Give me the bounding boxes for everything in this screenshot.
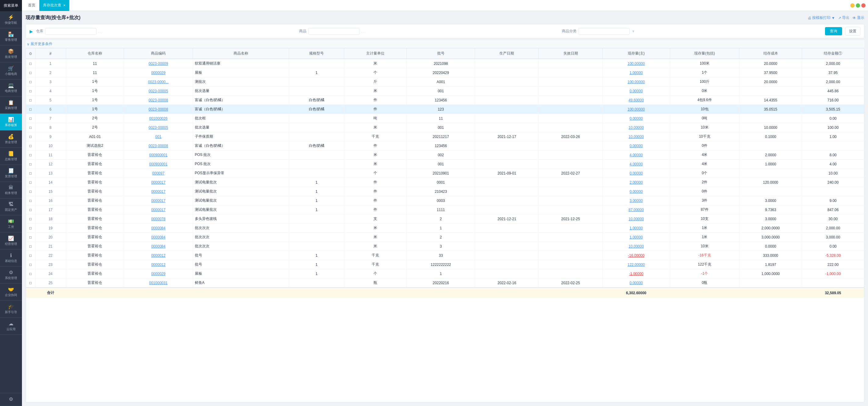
cell-qty_main[interactable]: 100.00000 (602, 105, 670, 114)
cell-check[interactable]: □ (26, 77, 35, 87)
sidebar-item-labor[interactable]: 💵工资 (0, 215, 22, 232)
cell-check[interactable]: □ (26, 132, 35, 141)
cell-goods_code[interactable]: 001000026 (124, 114, 193, 123)
cell-qty_main[interactable]: 0.00000 (602, 187, 670, 196)
sidebar-item-fixed-asset[interactable]: 🏗固定资产 (0, 199, 22, 215)
export-action[interactable]: ↗ 导出 (838, 15, 849, 21)
cell-goods_code[interactable]: 0000029 (124, 269, 193, 278)
cell-check[interactable]: □ (26, 96, 35, 105)
tab-home[interactable]: 首页 (24, 0, 39, 11)
cell-qty_main[interactable]: 0.00000 (602, 87, 670, 96)
sidebar-item-invoice[interactable]: 🧾发票管理 (0, 165, 22, 182)
cell-check[interactable]: □ (26, 150, 35, 160)
cell-qty_main[interactable]: 0.00000 (602, 141, 670, 150)
cell-check[interactable]: □ (26, 205, 35, 214)
sidebar-item-collab[interactable]: 🤝企业协同 (0, 283, 22, 301)
print-action[interactable]: 🖨 按模板打印 ▼ (808, 15, 835, 21)
cell-goods_code[interactable]: 0023-00005 (124, 87, 193, 96)
tab-inventory-batch[interactable]: 库存批次查✕ (39, 0, 69, 11)
cell-check[interactable]: □ (26, 68, 35, 77)
cell-qty_main[interactable]: 10.00000 (602, 132, 670, 141)
cell-goods_code[interactable]: 0000078 (124, 214, 193, 224)
cell-check[interactable]: □ (26, 187, 35, 196)
sidebar-item-mini-ecom[interactable]: 🛒小额电商 (0, 62, 22, 79)
sidebar-item-settings[interactable]: ⚙ (0, 393, 22, 406)
cell-goods_code[interactable]: 0000084 (124, 233, 193, 242)
cell-goods_code[interactable]: 001000031 (124, 278, 193, 288)
cell-qty_main[interactable]: 0.00000 (602, 278, 670, 288)
expand-conditions-button[interactable]: ∨ 展开更多条件 (27, 41, 863, 46)
sidebar-item-tax[interactable]: 🏛税务管理 (0, 182, 22, 199)
sidebar-item-wholesale[interactable]: 📦批发管理 (0, 45, 22, 62)
cell-check[interactable]: □ (26, 214, 35, 224)
cell-goods_code[interactable]: 0000017 (124, 196, 193, 205)
cell-check[interactable]: □ (26, 178, 35, 187)
sidebar-item-retail[interactable]: 🏪零售管理 (0, 28, 22, 45)
cell-qty_main[interactable]: 0.00000 (602, 169, 670, 178)
cell-goods_code[interactable]: 0000012 (124, 260, 193, 269)
cell-goods_code[interactable]: 0023-00009 (124, 59, 193, 68)
cell-goods_code[interactable]: 0023-00008 (124, 96, 193, 105)
cell-goods_code[interactable]: 0000029 (124, 68, 193, 77)
cell-check[interactable]: □ (26, 87, 35, 96)
cell-goods_code[interactable]: 0023-00005 (124, 123, 193, 132)
cell-goods_code[interactable]: 000900001 (124, 150, 193, 160)
expand-arrow-icon[interactable]: ▶ (30, 29, 33, 34)
cell-qty_main[interactable]: 1.00000 (602, 233, 670, 242)
cell-check[interactable]: □ (26, 105, 35, 114)
cell-qty_main[interactable]: 10.00000 (602, 123, 670, 132)
cell-goods_code[interactable]: 0000084 (124, 224, 193, 233)
tab-close-inventory-batch[interactable]: ✕ (63, 4, 66, 7)
cell-qty_main[interactable]: 10.00000 (602, 214, 670, 224)
cell-qty_main[interactable]: 1.00000 (602, 224, 670, 233)
cell-qty_main[interactable]: -16.00000 (602, 251, 670, 260)
sidebar-item-inventory[interactable]: 📊库存核算 (0, 113, 22, 131)
cell-goods_code[interactable]: 0000012 (124, 251, 193, 260)
warehouse-input[interactable] (45, 28, 96, 35)
goods-input[interactable] (308, 28, 360, 35)
cell-goods_code[interactable]: 0000017 (124, 178, 193, 187)
settings-button[interactable]: 设置 (845, 27, 860, 36)
cell-qty_main[interactable]: 87.00000 (602, 205, 670, 214)
minimize-button[interactable] (850, 3, 855, 8)
cell-qty_main[interactable]: -1.00000 (602, 269, 670, 278)
cell-check[interactable]: □ (26, 169, 35, 178)
cell-check[interactable]: □ (26, 233, 35, 242)
cell-goods_code[interactable]: 0000084 (124, 242, 193, 251)
cell-qty_main[interactable]: 100.00000 (602, 77, 670, 87)
cell-check[interactable]: □ (26, 114, 35, 123)
category-input[interactable] (578, 28, 629, 35)
cell-check[interactable]: □ (26, 160, 35, 169)
cell-check[interactable]: □ (26, 196, 35, 205)
cell-qty_main[interactable]: 2.00000 (602, 178, 670, 187)
cell-qty_main[interactable]: 49.60000 (602, 96, 670, 105)
cell-goods_code[interactable]: 000097 (124, 169, 193, 178)
cell-qty_main[interactable]: 4.00000 (602, 150, 670, 160)
cell-check[interactable]: □ (26, 242, 35, 251)
cell-qty_main[interactable]: 1.00000 (602, 68, 670, 77)
cell-goods_code[interactable]: 0023-00008 (124, 105, 193, 114)
sidebar-search[interactable]: 搜索菜单 (0, 0, 22, 11)
cell-check[interactable]: □ (26, 269, 35, 278)
cell-qty_main[interactable]: 4.00000 (602, 160, 670, 169)
cell-check[interactable]: □ (26, 251, 35, 260)
sidebar-item-system[interactable]: ⚙系统管理 (0, 267, 22, 283)
sidebar-item-ecom[interactable]: 💻电商管理 (0, 79, 22, 97)
cell-goods_code[interactable]: 0023-00008 (124, 141, 193, 150)
cell-check[interactable]: □ (26, 141, 35, 150)
cell-check[interactable]: □ (26, 278, 35, 288)
sidebar-item-cloud[interactable]: ☁云应用 (0, 318, 22, 335)
maximize-button[interactable] (856, 3, 860, 8)
sidebar-item-basic[interactable]: ℹ基础信息 (0, 249, 22, 267)
cell-check[interactable]: □ (26, 59, 35, 68)
cell-check[interactable]: □ (26, 224, 35, 233)
cell-goods_code[interactable]: 001 (124, 132, 193, 141)
cell-check[interactable]: □ (26, 260, 35, 269)
sidebar-item-finance[interactable]: 💰资金管理 (0, 131, 22, 148)
show-action[interactable]: 👁 显示 (852, 15, 864, 21)
sidebar-item-mgmt[interactable]: 📈经营管理 (0, 232, 22, 249)
cell-qty_main[interactable]: 3.00000 (602, 196, 670, 205)
sidebar-item-new-guide[interactable]: 🎓新手引导 (0, 301, 22, 318)
cell-qty_main[interactable]: 100.00000 (602, 59, 670, 68)
cell-qty_main[interactable]: 10.00000 (602, 242, 670, 251)
